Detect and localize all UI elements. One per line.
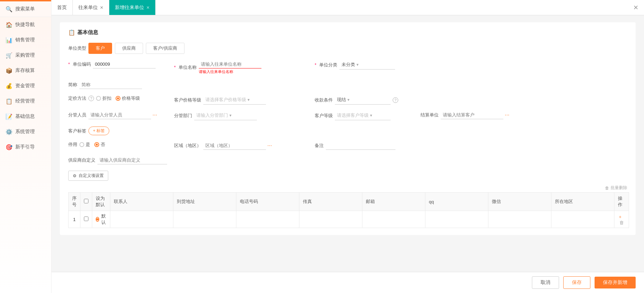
tab-new-unit-label: 新增往来单位 xyxy=(115,5,144,11)
region-input[interactable] xyxy=(203,141,266,150)
payment-help-icon[interactable]: ? xyxy=(393,97,398,103)
bottom-bar: 取消 保存 保存并新增 xyxy=(52,272,644,293)
customer-level-field: 客户等级 请选择客户等级 ▾ xyxy=(315,111,412,120)
purchase-icon: 🛒 xyxy=(6,52,13,59)
payment-terms-select[interactable]: 现结 ▾ xyxy=(335,95,391,105)
row-default-radio xyxy=(96,217,99,222)
contacts-table: 序号 设为默认 联系人 到货地址 电话号码 传真 邮箱 qq 微信 所在地区 操… xyxy=(68,192,629,228)
customer-price-label: 客户价格等级 xyxy=(174,97,201,103)
close-all-tabs-button[interactable]: ✕ xyxy=(628,4,644,11)
sidebar-item-label: 经营管理 xyxy=(15,98,35,104)
col-wechat: 微信 xyxy=(488,193,551,211)
sidebar-item-system[interactable]: ⚙️ 系统管理 xyxy=(0,124,51,139)
sidebar-item-sales[interactable]: 📊 销售管理 xyxy=(0,32,51,48)
sidebar-item-label: 资金管理 xyxy=(15,83,35,89)
col-email: 邮箱 xyxy=(362,193,425,211)
sidebar-item-operations[interactable]: 📋 经营管理 xyxy=(0,93,51,109)
region-field: 区域（地区） ··· xyxy=(174,141,306,150)
unit-code-field: * 单位编码 xyxy=(68,60,166,68)
row-address-input[interactable] xyxy=(177,215,233,223)
row-delete-button[interactable]: 🗑 xyxy=(619,220,624,225)
tab-new-unit-close[interactable]: ✕ xyxy=(146,5,150,10)
sidebar-item-guide[interactable]: 🎯 新手引导 xyxy=(0,139,51,155)
row-default-radio-item[interactable]: 默认 xyxy=(96,213,107,226)
tab-unit-list-label: 往来单位 xyxy=(78,5,98,11)
add-tag-button[interactable]: + 标签 xyxy=(88,127,109,135)
settlement-input[interactable] xyxy=(441,111,503,119)
sidebar-item-inventory[interactable]: 📦 库存核算 xyxy=(0,63,51,78)
table-row: 1 默认 xyxy=(69,211,629,228)
save-new-button[interactable]: 保存并新增 xyxy=(595,277,636,288)
disable-yes-option[interactable]: 是 xyxy=(79,141,90,148)
disable-radio-group: 是 否 xyxy=(79,141,105,148)
disable-no-option[interactable]: 否 xyxy=(94,141,105,148)
disable-no-radio xyxy=(94,142,99,147)
batch-delete-label[interactable]: 批量删除 xyxy=(611,185,627,191)
disable-region-row: 停用 是 否 区域（地区） xyxy=(68,141,627,150)
customer-level-placeholder: 请选择客户等级 xyxy=(337,112,369,119)
row-region xyxy=(551,211,614,228)
sidebar-item-quick-nav[interactable]: 🏠 快捷导航 xyxy=(0,17,51,32)
pricing-discount-option[interactable]: 折扣 xyxy=(96,95,111,101)
tab-unit-list-close[interactable]: ✕ xyxy=(100,5,103,10)
sidebar-item-basic-info[interactable]: 📝 基础信息 xyxy=(0,109,51,124)
row-select-checkbox[interactable] xyxy=(84,217,88,221)
customer-level-chevron-icon: ▾ xyxy=(370,113,372,118)
customer-price-placeholder: 请选择客户价格等级 xyxy=(205,97,246,103)
manager-field: 分管人员 ··· xyxy=(68,111,166,119)
sidebar-item-finance[interactable]: 💰 资金管理 xyxy=(0,78,51,93)
customer-price-select[interactable]: 请选择客户价格等级 ▾ xyxy=(203,95,266,105)
tab-unit-list[interactable]: 往来单位 ✕ xyxy=(73,0,109,15)
row-default: 默认 xyxy=(92,211,110,228)
manager-dots-button[interactable]: ··· xyxy=(152,112,157,118)
row-email-input[interactable] xyxy=(366,215,422,223)
type-btn-customer[interactable]: 客户 xyxy=(88,43,112,54)
region-dots-button[interactable]: ··· xyxy=(267,143,272,149)
row-wechat-input[interactable] xyxy=(492,215,548,223)
unit-category-value: 未分类 xyxy=(341,62,355,68)
type-btn-group: 客户 供应商 客户/供应商 xyxy=(88,43,184,54)
unit-code-required-star: * xyxy=(68,62,70,67)
select-all-checkbox[interactable] xyxy=(84,199,88,203)
sidebar-item-purchase[interactable]: 🛒 采购管理 xyxy=(0,48,51,63)
remark-input[interactable] xyxy=(326,141,395,150)
sidebar-search-label: 搜索菜单 xyxy=(15,6,35,12)
settlement-dots-button[interactable]: ··· xyxy=(505,112,509,118)
tab-new-unit[interactable]: 新增往来单位 ✕ xyxy=(109,0,156,15)
unit-category-select[interactable]: 未分类 ▾ xyxy=(339,60,395,70)
customer-level-select[interactable]: 请选择客户等级 ▾ xyxy=(335,111,391,120)
manager-input[interactable] xyxy=(88,111,151,119)
unit-type-row: 单位类型 客户 供应商 客户/供应商 xyxy=(68,43,627,54)
unit-code-input[interactable] xyxy=(93,60,156,68)
row-contact-input[interactable] xyxy=(114,215,170,223)
cancel-button[interactable]: 取消 xyxy=(532,276,559,289)
department-select[interactable]: 请输入分管部门 ▾ xyxy=(194,111,257,120)
row-region-input[interactable] xyxy=(555,215,611,223)
short-name-row: 简称 xyxy=(68,81,627,89)
sidebar-item-label: 系统管理 xyxy=(15,129,35,135)
pricing-discount-label: 折扣 xyxy=(102,95,111,101)
type-btn-both[interactable]: 客户/供应商 xyxy=(146,43,184,54)
col-region: 所在地区 xyxy=(551,193,614,211)
type-btn-supplier[interactable]: 供应商 xyxy=(115,43,143,54)
supplier-custom-input[interactable] xyxy=(97,156,167,164)
batch-delete-icon: 🗑 xyxy=(605,186,609,190)
row-phone-input[interactable] xyxy=(240,215,296,223)
department-label: 分管部门 xyxy=(174,113,192,119)
customer-price-chevron-icon: ▾ xyxy=(248,97,250,102)
unit-name-field-stack: 请输入往来单位名称 xyxy=(199,60,261,74)
sidebar-item-search[interactable]: 🔍 搜索菜单 xyxy=(0,1,51,17)
row-fax-input[interactable] xyxy=(303,215,359,223)
pricing-help-icon[interactable]: ? xyxy=(88,96,94,101)
short-name-input[interactable] xyxy=(79,81,142,89)
unit-name-input[interactable] xyxy=(199,60,261,68)
region-input-wrapper: ··· xyxy=(203,141,272,150)
tab-home[interactable]: 首页 xyxy=(52,0,73,15)
save-button[interactable]: 保存 xyxy=(563,276,590,289)
custom-settings-button[interactable]: ⚙ 自定义项设置 xyxy=(68,171,108,181)
department-placeholder: 请输入分管部门 xyxy=(196,112,228,119)
row-add-button[interactable]: ＋ xyxy=(618,214,622,219)
tab-bar: 首页 往来单位 ✕ 新增往来单位 ✕ ✕ xyxy=(52,0,644,15)
row-qq-input[interactable] xyxy=(429,215,485,223)
pricing-level-option[interactable]: 价格等级 xyxy=(116,95,140,101)
